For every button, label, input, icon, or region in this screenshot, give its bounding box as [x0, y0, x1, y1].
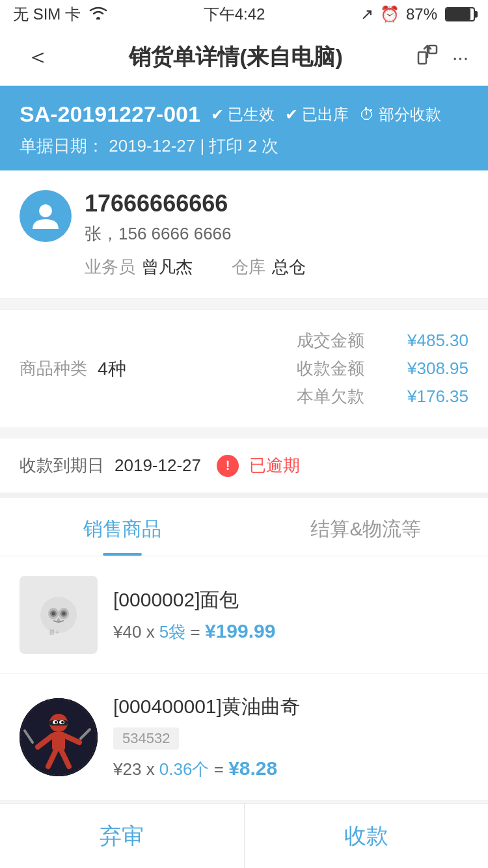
tab-settlement-logistics[interactable]: 结算&物流等	[244, 498, 488, 556]
check-icon-2: ✔	[285, 105, 298, 124]
order-date-row: 单据日期： 2019-12-27 | 打印 2 次	[20, 135, 468, 157]
product-sku-2: 534532	[113, 727, 179, 750]
customer-section: 17666666666 张，156 6666 6666 业务员 曾凡杰 仓库 总…	[0, 170, 488, 299]
page-title: 销货单详情(来自电脑)	[129, 42, 343, 72]
status-shipped: ✔ 已出库	[285, 104, 349, 125]
due-date-value: 2019-12-27	[115, 455, 201, 476]
type-label: 商品种类	[20, 357, 87, 380]
owl-icon: 兽+	[36, 592, 81, 638]
back-button[interactable]: ＜	[20, 34, 56, 79]
product-price-row-1: ¥40 x 5袋 = ¥199.99	[113, 620, 468, 644]
type-count: 4种	[98, 357, 126, 381]
list-item: 兽+ [0000002]面包 ¥40 x 5袋 = ¥199.99	[0, 556, 488, 674]
confirm-button[interactable]: 收款	[245, 804, 489, 868]
avatar	[20, 190, 72, 242]
due-label: 收款到期日	[20, 454, 104, 477]
product-qty-2: 0.36个	[159, 759, 214, 779]
clock-icon: ⏱	[359, 105, 375, 124]
status-left: 无 SIM 卡	[13, 4, 108, 25]
svg-point-3	[40, 597, 77, 633]
order-id: SA-20191227-001	[20, 102, 200, 127]
location-icon: ↗	[360, 5, 373, 23]
svg-rect-0	[418, 52, 426, 64]
product-type-stats: 商品种类 4种	[20, 329, 297, 408]
product-thumbnail-2	[20, 698, 98, 776]
product-name-1: [0000002]面包	[113, 587, 468, 614]
stats-section: 商品种类 4种 成交金额 ¥485.30 收款金额 ¥308.95 本单欠款 ¥…	[0, 309, 488, 428]
product-total-2: ¥8.28	[228, 757, 277, 779]
receipt-row: 收款金额 ¥308.95	[297, 357, 468, 380]
warehouse-value: 总仓	[272, 256, 306, 278]
transaction-row: 成交金额 ¥485.30	[297, 329, 468, 352]
customer-name: 张，156 6666 6666	[85, 223, 468, 245]
nav-bar: ＜ 销货单详情(来自电脑) ···	[0, 29, 488, 86]
product-qty-1: 5袋	[159, 622, 191, 642]
receipt-label: 收款金额	[297, 357, 364, 380]
svg-rect-14	[49, 720, 68, 726]
owed-amount: ¥176.35	[377, 387, 468, 407]
owed-row: 本单欠款 ¥176.35	[297, 385, 468, 408]
tab-bar: 销售商品 结算&物流等	[0, 498, 488, 556]
status-partial: ⏱ 部分收款	[359, 104, 441, 125]
warehouse-label: 仓库	[232, 256, 265, 278]
alarm-icon: ⏰	[380, 5, 400, 23]
ninja-icon	[20, 698, 98, 776]
salesperson-value: 曾凡杰	[142, 256, 193, 278]
ninja-art	[20, 698, 98, 776]
person-icon	[29, 200, 62, 232]
overdue-badge: 已逾期	[249, 454, 300, 477]
carrier-label: 无 SIM 卡	[13, 4, 81, 25]
order-id-row: SA-20191227-001 ✔ 已生效 ✔ 已出库 ⏱ 部分收款	[20, 102, 468, 127]
list-item: [000400001]黄油曲奇 534532 ¥23 x 0.36个 = ¥8.…	[0, 674, 488, 801]
product-info-2: [000400001]黄油曲奇 534532 ¥23 x 0.36个 = ¥8.…	[113, 694, 468, 781]
receipt-amount: ¥308.95	[377, 359, 468, 379]
nav-actions: ···	[416, 43, 468, 71]
due-date-section: 收款到期日 2019-12-27 ! 已逾期	[0, 439, 488, 498]
svg-point-18	[61, 721, 64, 724]
check-icon-1: ✔	[211, 105, 224, 124]
tab-sales-products[interactable]: 销售商品	[0, 498, 244, 556]
product-name-2: [000400001]黄油曲奇	[113, 694, 468, 720]
customer-meta: 业务员 曾凡杰 仓库 总仓	[85, 256, 468, 278]
header-banner: SA-20191227-001 ✔ 已生效 ✔ 已出库 ⏱ 部分收款 单据日期：…	[0, 86, 488, 170]
product-thumbnail-1: 兽+	[20, 576, 98, 654]
svg-point-17	[55, 721, 57, 724]
bottom-bar: 弃审 收款	[0, 803, 488, 868]
svg-rect-1	[429, 46, 437, 53]
svg-text:兽+: 兽+	[49, 629, 59, 636]
product-list: 兽+ [0000002]面包 ¥40 x 5袋 = ¥199.99	[0, 556, 488, 801]
customer-id: 17666666666	[85, 190, 468, 217]
product-price-1: ¥40	[113, 622, 141, 642]
battery-icon	[445, 7, 475, 21]
warehouse-meta: 仓库 总仓	[232, 256, 306, 278]
product-price-2: ¥23	[113, 759, 141, 779]
salesperson-label: 业务员	[85, 256, 135, 278]
transaction-amount: ¥485.30	[377, 331, 468, 351]
overdue-icon: !	[217, 455, 239, 477]
transaction-label: 成交金额	[297, 329, 364, 352]
customer-info: 17666666666 张，156 6666 6666 业务员 曾凡杰 仓库 总…	[85, 190, 468, 278]
product-price-row-2: ¥23 x 0.36个 = ¥8.28	[113, 757, 468, 781]
wifi-icon	[88, 5, 108, 23]
share-button[interactable]	[416, 43, 439, 71]
status-bar: 无 SIM 卡 下午4:42 ↗ ⏰ 87%	[0, 0, 488, 29]
cancel-button[interactable]: 弃审	[0, 804, 245, 868]
svg-point-9	[62, 612, 66, 616]
svg-point-8	[52, 612, 55, 616]
product-info-1: [0000002]面包 ¥40 x 5袋 = ¥199.99	[113, 587, 468, 644]
status-effective: ✔ 已生效	[211, 104, 275, 125]
salesperson-meta: 业务员 曾凡杰	[85, 256, 193, 278]
product-total-1: ¥199.99	[205, 620, 275, 642]
owed-label: 本单欠款	[297, 385, 364, 408]
svg-point-2	[39, 204, 52, 217]
time-display: 下午4:42	[204, 4, 265, 25]
more-button[interactable]: ···	[452, 46, 468, 68]
status-right: ↗ ⏰ 87%	[360, 5, 475, 23]
battery-label: 87%	[406, 5, 437, 23]
amount-stats: 成交金额 ¥485.30 收款金额 ¥308.95 本单欠款 ¥176.35	[297, 329, 468, 408]
